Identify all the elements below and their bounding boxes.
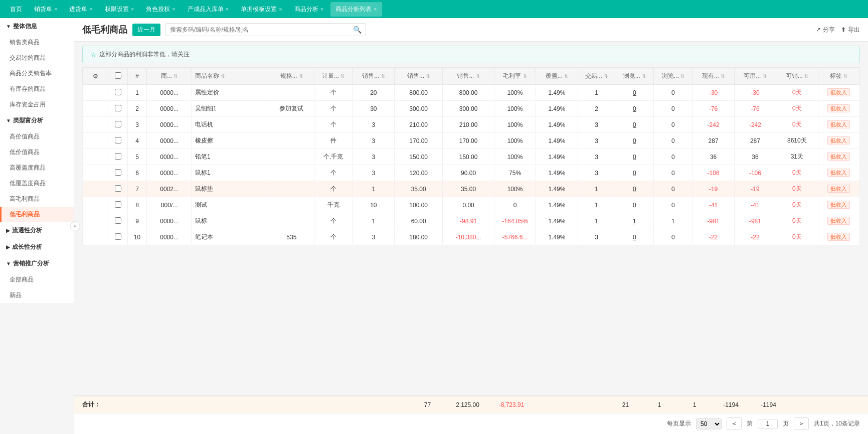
col-sale-profit[interactable]: 销售... ⇅: [443, 68, 494, 85]
cell-checkbox[interactable]: [108, 117, 127, 133]
cell-checkbox[interactable]: [108, 197, 127, 213]
nav-product-storage[interactable]: 产成品入库单 ×: [183, 2, 234, 17]
cell-view1[interactable]: 0: [615, 229, 654, 245]
nav-home[interactable]: 首页: [5, 2, 27, 17]
cell-view1[interactable]: 0: [615, 181, 654, 197]
col-coverage[interactable]: 覆盖... ⇅: [536, 68, 578, 85]
col-settings[interactable]: ⚙: [83, 68, 108, 85]
nav-close-permission[interactable]: ×: [131, 6, 134, 12]
sidebar-item-traded-goods[interactable]: 交易过的商品: [0, 50, 74, 66]
cell-view1[interactable]: 1: [615, 213, 654, 229]
col-gross-rate[interactable]: 毛利率 ⇅: [494, 68, 536, 85]
col-stock-cur[interactable]: 现有... ⇅: [692, 68, 734, 85]
footer-trade: 21: [612, 401, 639, 408]
nav-close-analysis[interactable]: ×: [320, 6, 323, 12]
cell-view1[interactable]: 0: [615, 133, 654, 149]
cell-settings: [83, 133, 108, 149]
page-number-input[interactable]: [758, 419, 778, 429]
sidebar-group-type[interactable]: ▼ 类型富分析: [0, 112, 74, 129]
sidebar-group-overall[interactable]: ▼ 整体信息: [0, 18, 74, 35]
cell-checkbox[interactable]: [108, 165, 127, 181]
cell-view1[interactable]: 0: [615, 197, 654, 213]
next-page-button[interactable]: ＞: [794, 417, 809, 430]
nav-close-purchase[interactable]: ×: [89, 6, 92, 12]
cell-stock-cur: -106: [692, 165, 734, 181]
row-checkbox-3[interactable]: [115, 137, 121, 143]
cell-checkbox[interactable]: [108, 101, 127, 117]
nav-product-analysis-list[interactable]: 商品分析列表 ×: [330, 2, 382, 17]
cell-checkbox[interactable]: [108, 149, 127, 165]
sidebar-item-category-rate[interactable]: 商品分类销售率: [0, 66, 74, 81]
row-checkbox-2[interactable]: [115, 121, 121, 127]
sidebar-item-sales-goods[interactable]: 销售类商品: [0, 35, 74, 50]
row-checkbox-7[interactable]: [115, 201, 121, 208]
sidebar-item-low-gross[interactable]: 低毛利商品: [0, 207, 74, 222]
sidebar-item-low-value[interactable]: 低价值商品: [0, 144, 74, 160]
col-unit[interactable]: 计量... ⇅: [314, 68, 353, 85]
sidebar-item-stock-goods[interactable]: 有库存的商品: [0, 81, 74, 97]
cell-view1[interactable]: 0: [615, 165, 654, 181]
col-code[interactable]: 商... ⇅: [147, 68, 192, 85]
col-spec[interactable]: 规格... ⇅: [269, 68, 314, 85]
nav-close-sales[interactable]: ×: [54, 6, 57, 12]
export-button[interactable]: ⬆ 导出: [841, 26, 860, 34]
col-name[interactable]: 商品名称 ⇅: [192, 68, 269, 85]
row-checkbox-0[interactable]: [115, 89, 121, 95]
cell-view1[interactable]: 0: [615, 101, 654, 117]
search-icon[interactable]: 🔍: [353, 26, 362, 34]
cell-name: 鼠标垫: [192, 181, 269, 197]
row-checkbox-4[interactable]: [115, 153, 121, 160]
col-sale-qty[interactable]: 销售... ⇅: [353, 68, 394, 85]
nav-sales-order[interactable]: 销货单 ×: [29, 2, 62, 17]
share-button[interactable]: ↗ 分享: [816, 26, 835, 34]
col-trade[interactable]: 交易... ⇅: [578, 68, 615, 85]
sidebar-group-growth[interactable]: ▶ 成长性分析: [0, 239, 74, 255]
cell-view1[interactable]: 0: [615, 117, 654, 133]
sidebar-item-high-gross[interactable]: 高毛利商品: [0, 191, 74, 207]
sidebar-item-high-coverage[interactable]: 高覆盖度商品: [0, 160, 74, 176]
col-stock-sale[interactable]: 可销... ⇅: [776, 68, 818, 85]
row-checkbox-5[interactable]: [115, 169, 121, 176]
cell-checkbox[interactable]: [108, 213, 127, 229]
row-checkbox-8[interactable]: [115, 217, 121, 224]
nav-close-template[interactable]: ×: [279, 6, 282, 12]
col-sale-amt[interactable]: 销售... ⇅: [395, 68, 443, 85]
search-box[interactable]: 🔍: [165, 23, 366, 36]
cell-checkbox[interactable]: [108, 85, 127, 101]
col-tag[interactable]: 标签 ⇅: [818, 68, 860, 85]
col-stock-avail[interactable]: 可用... ⇅: [734, 68, 776, 85]
col-view2[interactable]: 浏览... ⇅: [654, 68, 692, 85]
sidebar-item-low-coverage[interactable]: 低覆盖度商品: [0, 176, 74, 191]
nav-purchase-order[interactable]: 进货单 ×: [64, 2, 97, 17]
nav-permission-settings[interactable]: 权限设置 ×: [100, 2, 139, 17]
sidebar-item-stock-capital[interactable]: 库存资金占用: [0, 97, 74, 112]
cell-checkbox[interactable]: [108, 229, 127, 245]
cell-view1[interactable]: 0: [615, 85, 654, 101]
date-filter-button[interactable]: 近一月: [132, 24, 160, 36]
sidebar-item-new-goods[interactable]: 新品: [0, 287, 74, 303]
nav-close-analysis-list[interactable]: ×: [374, 6, 377, 12]
nav-role-auth[interactable]: 角色授权 ×: [141, 2, 180, 17]
col-view1[interactable]: 浏览... ⇅: [615, 68, 654, 85]
col-checkbox[interactable]: [108, 68, 127, 85]
cell-checkbox[interactable]: [108, 181, 127, 197]
nav-close-storage[interactable]: ×: [226, 6, 229, 12]
prev-page-button[interactable]: ＜: [727, 417, 742, 430]
row-checkbox-9[interactable]: [115, 233, 121, 240]
sidebar-collapse-button[interactable]: «: [70, 221, 80, 231]
sidebar-item-all-goods[interactable]: 全部商品: [0, 272, 74, 287]
row-checkbox-6[interactable]: [115, 185, 121, 192]
per-page-select[interactable]: 50 100 200: [696, 418, 722, 429]
row-checkbox-1[interactable]: [115, 105, 121, 111]
search-input[interactable]: [170, 26, 353, 33]
cell-sale-amt: 180.00: [395, 229, 443, 245]
sidebar-group-circulation[interactable]: ▶ 流通性分析: [0, 222, 74, 239]
nav-product-analysis[interactable]: 商品分析 ×: [289, 2, 328, 17]
cell-checkbox[interactable]: [108, 133, 127, 149]
sidebar-item-high-value[interactable]: 高价值商品: [0, 129, 74, 144]
cell-view1[interactable]: 0: [615, 149, 654, 165]
sidebar-group-marketing[interactable]: ▼ 营销推广分析: [0, 255, 74, 272]
select-all-checkbox[interactable]: [115, 72, 121, 79]
nav-close-role[interactable]: ×: [172, 6, 175, 12]
nav-template-settings[interactable]: 单据模板设置 ×: [236, 2, 287, 17]
